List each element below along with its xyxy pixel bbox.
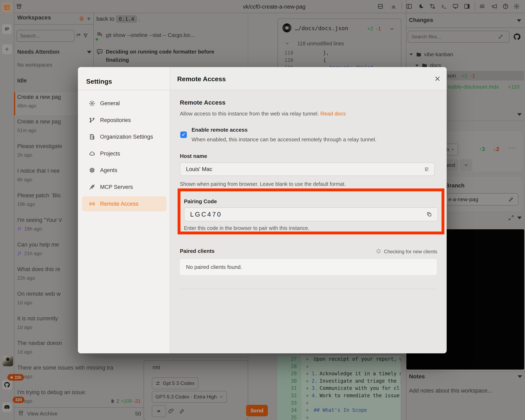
app-screen: vk/ccf0-create-a-new-pag IP ★ 22k 320 Wo… [0,0,525,420]
close-icon[interactable] [434,75,441,82]
spinner-icon [376,248,381,254]
git-branch-icon [89,117,95,123]
cpu-icon [89,167,95,173]
randomize-icon[interactable] [423,166,429,172]
enable-help: When enabled, this instance can be acces… [192,136,376,143]
settings-title: Settings [86,78,112,85]
gear-icon [89,100,95,106]
host-name-value: Louis' Mac [186,166,212,172]
nav-label: Agents [100,167,117,174]
enable-label: Enable remote access [192,127,248,133]
nav-label: Organization Settings [100,134,153,140]
nav-item-organization-settings[interactable]: Organization Settings [82,129,167,144]
clients-empty-text: No paired clients found. [186,264,242,270]
clients-status: Checking for new clients [384,249,437,254]
nav-item-mcp-servers[interactable]: MCP Servers [82,179,167,195]
pane-divider [180,289,437,289]
cloud-icon [89,150,95,157]
section-description: Allow access to this instance from the w… [180,111,346,117]
read-docs-link[interactable]: Read docs [320,111,346,117]
paired-clients-box: No paired clients found. [180,259,437,275]
building-icon [89,134,95,140]
host-name-help: Shown when pairing from browser. Leave b… [180,181,346,187]
enable-remote-access-checkbox[interactable]: ✓ [180,131,187,138]
nav-item-projects[interactable]: Projects [82,146,167,161]
description-text: Allow access to this instance from the w… [180,111,319,117]
nav-item-agents[interactable]: Agents [82,163,167,178]
nav-label: General [100,100,120,107]
section-title: Remote Access [180,99,225,106]
unplug-icon [89,184,95,190]
nav-label: Projects [100,150,120,157]
paired-clients-label: Paired clients [180,248,215,254]
host-name-input[interactable]: Louis' Mac [180,162,435,176]
host-name-label: Host name [180,153,207,159]
nav-label: MCP Servers [100,184,133,190]
nav-item-remote-access[interactable]: Remote Access [82,196,167,211]
nav-item-general[interactable]: General [82,96,167,111]
modal-header-divider [78,90,447,90]
nav-label: Remote Access [100,201,139,207]
nav-item-repositories[interactable]: Repositories [82,112,167,128]
pane-title: Remote Access [177,75,226,83]
nav-label: Repositories [100,117,131,123]
annotation-highlight-box [178,188,444,234]
broadcast-icon [89,201,95,207]
